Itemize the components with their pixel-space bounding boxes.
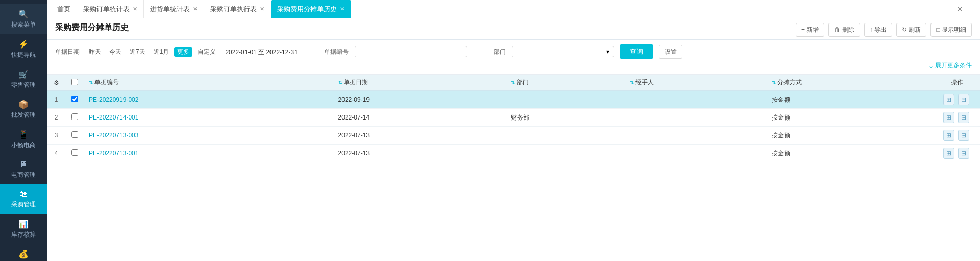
row-num: 3 xyxy=(47,127,65,145)
tab-purchase-order-stats[interactable]: 采购订单统计表 ✕ xyxy=(77,0,144,18)
row-checkbox[interactable] xyxy=(71,96,78,102)
close-tab-purchase-order-stats[interactable]: ✕ xyxy=(133,6,137,12)
col-handler[interactable]: 经手人 xyxy=(625,75,767,91)
maximize-window[interactable]: ⛶ xyxy=(968,5,976,13)
row-actions: ⊞ ⊟ xyxy=(934,127,980,145)
order-no-label: 单据编号 xyxy=(324,48,349,56)
table-row: 1 PE-20220919-002 2022-09-19 按金额 ⊞ ⊟ xyxy=(47,91,980,109)
date-btn-yesterday[interactable]: 昨天 xyxy=(86,47,104,57)
row-edit-btn[interactable]: ⊟ xyxy=(958,94,969,105)
order-no-input[interactable] xyxy=(355,46,467,57)
order-no-link[interactable]: PE-20220713-001 xyxy=(89,150,138,157)
tab-purchase-goods-stats[interactable]: 进货单统计表 ✕ xyxy=(144,0,204,18)
row-handler xyxy=(625,91,767,109)
sidebar-item-purchase[interactable]: 🛍 采购管理 xyxy=(0,184,47,214)
close-all-tabs[interactable]: ✕ xyxy=(957,5,963,14)
tab-home[interactable]: 首页 xyxy=(51,0,77,18)
row-date: 2022-07-14 xyxy=(333,109,506,127)
main-content: 首页 采购订单统计表 ✕ 进货单统计表 ✕ 采购订单执行表 ✕ 采购费用分摊单历… xyxy=(47,0,980,261)
delete-button[interactable]: 🗑 删除 xyxy=(828,23,860,37)
date-btn-1month[interactable]: 近1月 xyxy=(151,47,173,57)
col-date[interactable]: 单据日期 xyxy=(333,75,506,91)
tab-bar: 首页 采购订单统计表 ✕ 进货单统计表 ✕ 采购订单执行表 ✕ 采购费用分摊单历… xyxy=(47,0,980,18)
ecommerce-icon: 🖥 xyxy=(19,160,28,169)
sidebar-item-wholesale[interactable]: 📦 批发管理 xyxy=(0,94,47,125)
col-action: 操作 xyxy=(934,75,980,91)
row-checkbox-cell xyxy=(65,145,84,162)
quick-icon: ⚡ xyxy=(18,39,29,49)
date-shortcuts: 昨天 今天 近7天 近1月 更多 自定义 xyxy=(86,47,219,57)
row-view-btn[interactable]: ⊞ xyxy=(943,130,954,141)
expand-filter-btn[interactable]: ⌄ 展开更多条件 xyxy=(928,61,972,70)
filter-row-1: 单据日期 昨天 今天 近7天 近1月 更多 自定义 2022-01-01 至 2… xyxy=(55,44,972,59)
close-tab-purchase-fee-history[interactable]: ✕ xyxy=(340,6,345,12)
row-edit-btn[interactable]: ⊟ xyxy=(958,112,969,123)
sidebar-item-quick[interactable]: ⚡ 快捷导航 xyxy=(0,34,47,64)
dept-select[interactable]: ▾ xyxy=(512,46,614,57)
order-no-link[interactable]: PE-20220919-002 xyxy=(89,96,138,103)
mini-icon: 📱 xyxy=(18,130,29,139)
row-order-no: PE-20220713-003 xyxy=(84,127,333,145)
row-actions: ⊞ ⊟ xyxy=(934,145,980,162)
export-button[interactable]: ↑ 导出 xyxy=(864,23,892,37)
add-button[interactable]: + 新增 xyxy=(796,23,824,37)
row-checkbox[interactable] xyxy=(71,131,78,138)
order-no-link[interactable]: PE-20220714-001 xyxy=(89,114,138,121)
display-detail-button[interactable]: □ 显示明细 xyxy=(930,23,972,37)
row-date: 2022-09-19 xyxy=(333,91,506,109)
col-settings[interactable]: ⚙ xyxy=(47,75,65,91)
select-all-checkbox[interactable] xyxy=(71,79,78,85)
refresh-button[interactable]: ↻ 刷新 xyxy=(896,23,926,37)
chevron-down-icon: ⌄ xyxy=(928,62,934,69)
close-tab-purchase-order-exec[interactable]: ✕ xyxy=(260,6,264,12)
tab-purchase-order-exec[interactable]: 采购订单执行表 ✕ xyxy=(204,0,271,18)
row-checkbox[interactable] xyxy=(71,113,78,120)
order-no-link[interactable]: PE-20220713-003 xyxy=(89,132,138,139)
sidebar-item-finance[interactable]: 💰 资金管理 xyxy=(0,244,47,261)
purchase-icon: 🛍 xyxy=(19,189,28,199)
date-btn-custom[interactable]: 自定义 xyxy=(194,47,219,57)
row-dept: 财务部 xyxy=(506,109,625,127)
sidebar-item-inventory[interactable]: 📊 库存核算 xyxy=(0,214,47,244)
row-order-no: PE-20220714-001 xyxy=(84,109,333,127)
row-method: 按金额 xyxy=(767,127,934,145)
date-btn-more[interactable]: 更多 xyxy=(174,47,192,57)
row-checkbox-cell xyxy=(65,109,84,127)
finance-icon: 💰 xyxy=(18,249,29,259)
row-edit-btn[interactable]: ⊟ xyxy=(958,148,969,159)
sidebar-item-mini[interactable]: 📱 小畅电商 xyxy=(0,125,47,155)
row-checkbox[interactable] xyxy=(71,149,78,156)
row-handler xyxy=(625,145,767,162)
col-checkbox xyxy=(65,75,84,91)
row-order-no: PE-20220919-002 xyxy=(84,91,333,109)
row-view-btn[interactable]: ⊞ xyxy=(943,112,954,123)
row-view-btn[interactable]: ⊞ xyxy=(943,148,954,159)
search-button[interactable]: 查询 xyxy=(620,44,653,59)
row-dept xyxy=(506,145,625,162)
row-actions: ⊞ ⊟ xyxy=(934,91,980,109)
row-date: 2022-07-13 xyxy=(333,145,506,162)
row-edit-btn[interactable]: ⊟ xyxy=(958,130,969,141)
date-btn-7days[interactable]: 近7天 xyxy=(127,47,149,57)
col-order-no[interactable]: 单据编号 xyxy=(84,75,333,91)
row-handler xyxy=(625,109,767,127)
retail-icon: 🛒 xyxy=(18,69,29,79)
table-container: ⚙ 单据编号 单据日期 部门 经手人 分摊方式 操作 1 PE-20220919… xyxy=(47,75,980,261)
row-dept xyxy=(506,91,625,109)
sidebar-item-search[interactable]: 🔍 搜索菜单 xyxy=(0,4,47,34)
tab-purchase-fee-history[interactable]: 采购费用分摊单历史 ✕ xyxy=(271,0,351,18)
row-handler xyxy=(625,127,767,145)
close-tab-purchase-goods-stats[interactable]: ✕ xyxy=(193,6,198,12)
col-method[interactable]: 分摊方式 xyxy=(767,75,934,91)
row-view-btn[interactable]: ⊞ xyxy=(943,94,954,105)
row-actions: ⊞ ⊟ xyxy=(934,109,980,127)
date-btn-today[interactable]: 今天 xyxy=(106,47,125,57)
sidebar-item-ecommerce[interactable]: 🖥 电商管理 xyxy=(0,155,47,184)
row-checkbox-cell xyxy=(65,91,84,109)
tab-bar-right: ✕ ⛶ xyxy=(957,5,976,14)
table-row: 4 PE-20220713-001 2022-07-13 按金额 ⊞ ⊟ xyxy=(47,145,980,162)
col-dept[interactable]: 部门 xyxy=(506,75,625,91)
settings-button[interactable]: 设置 xyxy=(659,45,682,59)
sidebar-item-retail[interactable]: 🛒 零售管理 xyxy=(0,64,47,94)
row-num: 4 xyxy=(47,145,65,162)
